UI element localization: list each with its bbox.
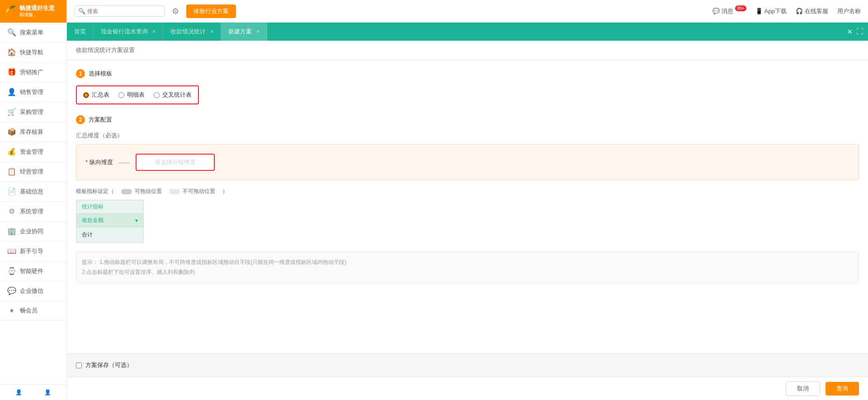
save-checkbox[interactable] (76, 362, 82, 368)
save-label: 方案保存（可选） (85, 361, 132, 369)
tab-cashflow-close[interactable]: × (152, 28, 156, 35)
industry-btn[interactable]: 体验行业方案 (186, 5, 236, 18)
sidebar-item-member[interactable]: ♦ 畅会员 (0, 301, 66, 320)
tab-payment-stat[interactable]: 收款情况统计 × (163, 23, 221, 41)
page-breadcrumb: 收款情况统计方案设置 (67, 41, 868, 60)
doc-icon: 📄 (7, 187, 16, 196)
sidebar-item-funds[interactable]: 💰 资金管理 (0, 142, 66, 162)
search-input[interactable] (87, 8, 151, 14)
indicator-header-label: 统计指标 (82, 203, 104, 211)
sidebar-item-label: 快捷导航 (20, 48, 43, 56)
sidebar-item-label: 营销推广 (20, 68, 43, 76)
legend-fixed: 不可拖动位置 (169, 188, 215, 195)
sidebar-item-inventory[interactable]: 📦 库存核算 (0, 122, 66, 142)
sidebar-item-wechat[interactable]: 💬 企业微信 (0, 281, 66, 301)
sidebar-item-quicknav[interactable]: 🏠 快捷导航 (0, 42, 66, 62)
service-btn[interactable]: 🎧 在线客服 (796, 7, 828, 15)
sidebar-item-system[interactable]: ⚙ 系统管理 (0, 202, 66, 221)
app-icon: 📱 (755, 8, 763, 14)
query-button[interactable]: 查询 (826, 382, 859, 395)
search-icon: 🔍 (7, 28, 16, 37)
topbar: 🔍 ⚙ 体验行业方案 💬 消息 99+ 📱 App下载 🎧 在线客服 用户名称 (67, 0, 868, 23)
tab-new-plan-label: 新建方案 (228, 28, 252, 36)
sidebar-item-label: 畅会员 (20, 306, 38, 315)
building-icon: 🏢 (7, 227, 16, 235)
step1-title: 选择模板 (89, 70, 112, 78)
settings-icon[interactable]: ⚙ (172, 6, 179, 16)
chat-icon: 💬 (7, 287, 16, 295)
dimension-row: * 纵向维度 —— 请选择分组维度 (85, 154, 849, 171)
radio-summary-label: 汇总表 (92, 91, 109, 99)
sidebar-item-enterprise[interactable]: 🏢 企业协同 (0, 221, 66, 241)
breadcrumb-text: 收款情况统计方案设置 (76, 47, 135, 53)
search-box[interactable]: 🔍 (74, 5, 165, 17)
sidebar-item-label: 新手引导 (20, 247, 43, 255)
sidebar-item-purchase[interactable]: 🛒 采购管理 (0, 102, 66, 122)
tab-home[interactable]: 首页 (67, 23, 94, 41)
tab-maximize-btn[interactable]: ⛶ (856, 28, 863, 36)
logo-edition: 标准版 (19, 12, 55, 18)
sidebar-item-hardware[interactable]: ⌚ 智能硬件 (0, 261, 66, 281)
tab-home-label: 首页 (74, 28, 86, 36)
sidebar-logo: 🍊 畅捷通好生意 标准版 (0, 0, 66, 23)
tips-line2: 2.点击标题栏下拉可设置排序、插入列和删除列 (82, 268, 853, 278)
sidebar-item-label: 采购管理 (20, 108, 43, 116)
tab-cashflow[interactable]: 现金银行流水查询 × (94, 23, 163, 41)
user-info[interactable]: 用户名称 (837, 7, 861, 15)
legend-fixed-label: 不可拖动位置 (183, 188, 215, 195)
sidebar-item-guide[interactable]: 📖 新手引导 (0, 241, 66, 261)
radio-cross-input[interactable] (154, 92, 160, 98)
radio-cross[interactable]: 交叉统计表 (154, 91, 192, 99)
sidebar: 🍊 畅捷通好生意 标准版 🔍 搜索菜单 🏠 快捷导航 🎁 营销推广 👤 销售管理… (0, 0, 67, 400)
app-label: App下载 (764, 7, 787, 15)
tab-new-plan-close[interactable]: × (256, 28, 259, 35)
sidebar-item-label: 基础信息 (20, 188, 43, 196)
logo-name: 畅捷通好生意 (19, 5, 55, 12)
dropdown-icon[interactable]: ▾ (135, 217, 138, 224)
sidebar-item-marketing[interactable]: 🎁 营销推广 (0, 62, 66, 82)
home-icon: 🏠 (7, 48, 16, 56)
radio-detail-input[interactable] (118, 92, 124, 98)
indicator-settings: 模板指标设定（ 可拖动位置 不可拖动位置 ） 统计指标 (76, 188, 859, 243)
sidebar-item-base[interactable]: 📄 基础信息 (0, 182, 66, 202)
box-icon: 📦 (7, 127, 16, 136)
message-icon: 💬 (712, 8, 720, 14)
indicator-total-cell: 合计 (76, 227, 143, 242)
message-label: 消息 (722, 7, 733, 15)
radio-summary-input[interactable] (83, 92, 89, 98)
sidebar-item-operations[interactable]: 📋 经营管理 (0, 162, 66, 182)
dimension-area: * 纵向维度 —— 请选择分组维度 (76, 144, 859, 180)
radio-detail[interactable]: 明细表 (118, 91, 145, 99)
main-area: 🔍 ⚙ 体验行业方案 💬 消息 99+ 📱 App下载 🎧 在线客服 用户名称 (67, 0, 868, 400)
tab-close-all-btn[interactable]: ✕ (847, 28, 853, 36)
tab-payment-stat-label: 收款情况统计 (170, 28, 206, 36)
indicator-label-suffix: ） (222, 188, 228, 195)
tabbar: 首页 现金银行流水查询 × 收款情况统计 × 新建方案 × ✕ ⛶ (67, 23, 868, 41)
sidebar-item-label: 智能硬件 (20, 267, 43, 275)
radio-cross-label: 交叉统计表 (162, 91, 192, 99)
gift-icon: 🎁 (7, 68, 16, 76)
indicator-dropdown-row[interactable]: 收款金额 ▾ (76, 214, 143, 227)
fixed-dot (169, 189, 180, 194)
service-label: 在线客服 (805, 7, 828, 15)
save-option: 方案保存（可选） (67, 353, 868, 376)
tab-payment-stat-close[interactable]: × (210, 28, 213, 35)
dimension-select[interactable]: 请选择分组维度 (136, 154, 215, 171)
cancel-button[interactable]: 取消 (786, 381, 820, 396)
content-area: 收款情况统计方案设置 1 选择模板 汇总表 明细表 (67, 41, 868, 376)
tab-cashflow-label: 现金银行流水查询 (101, 28, 148, 36)
sidebar-item-label: 搜索菜单 (20, 28, 43, 37)
user-icon: 👤 (7, 88, 16, 96)
sidebar-avatar2[interactable]: 👤 (44, 389, 51, 395)
sidebar-item-sales[interactable]: 👤 销售管理 (0, 82, 66, 102)
dimension-section-label: 汇总维度（必选） (76, 132, 859, 140)
sidebar-item-label: 系统管理 (20, 207, 43, 216)
message-btn[interactable]: 💬 消息 99+ (712, 7, 746, 15)
tab-new-plan[interactable]: 新建方案 × (221, 23, 267, 41)
indicator-dropdown-label: 收款金额 (82, 216, 104, 224)
radio-summary[interactable]: 汇总表 (83, 91, 109, 99)
app-download-btn[interactable]: 📱 App下载 (755, 7, 787, 15)
step2-section: 2 方案配置 汇总维度（必选） * 纵向维度 —— 请选择分组维度 (76, 115, 859, 283)
sidebar-avatar1[interactable]: 👤 (15, 389, 22, 395)
sidebar-item-search[interactable]: 🔍 搜索菜单 (0, 23, 66, 42)
